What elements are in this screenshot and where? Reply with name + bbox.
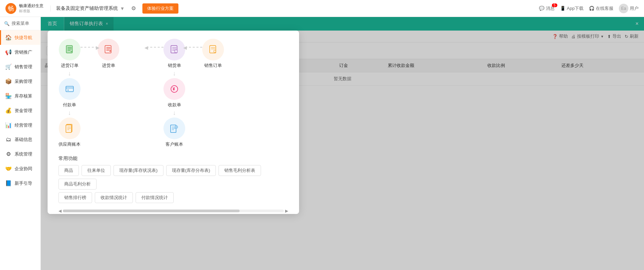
arrow-down-1: ↓ xyxy=(68,69,71,78)
app-download-button[interactable]: 📱 App下载 xyxy=(560,5,584,12)
func-btn-sales-rank[interactable]: 销售排行榜 xyxy=(58,192,92,203)
header-right: 💬 消息 5 📱 App下载 🎧 在线客服 Ea 用户 xyxy=(539,4,639,13)
flow-diagram: 进货订单 ↓ ¥ xyxy=(58,39,288,147)
func-btn-stock-status[interactable]: 现存量(库存状况表) xyxy=(114,165,163,176)
sales-bill-icon xyxy=(163,39,185,60)
avatar: Ea xyxy=(619,4,628,13)
modal-overlay: 进货订单 ↓ ¥ xyxy=(41,17,644,270)
sidebar-item-inventory[interactable]: 🏪 库存核算 xyxy=(0,89,40,103)
func-btn-payment-stats[interactable]: 付款情况统计 xyxy=(136,192,174,203)
online-service-button[interactable]: 🎧 在线客服 xyxy=(589,5,613,12)
inventory-icon: 🏪 xyxy=(5,93,12,99)
purchase-bill-label: 进货单 xyxy=(102,62,115,69)
purchase-bill-icon xyxy=(98,39,119,60)
search-icon: 🔍 xyxy=(4,21,10,26)
sidebar-item-purchase[interactable]: 📦 采购管理 xyxy=(0,74,40,89)
content-area: 首页 销售订单执行表 × × ❓ 帮助 🖨 按模板打印 xyxy=(41,17,644,270)
purchase-order-node: 进货订单 xyxy=(59,39,81,69)
sidebar-item-finance[interactable]: 💰 资金管理 xyxy=(0,103,40,118)
customer-ledger-icon xyxy=(163,118,185,139)
arrow-h-2: ◀ xyxy=(146,39,163,48)
scroll-left-btn[interactable]: ◀ xyxy=(58,209,62,213)
sidebar-item-basic-info[interactable]: 🗂 基础信息 xyxy=(0,132,40,147)
func-btn-partner[interactable]: 往来单位 xyxy=(82,165,111,176)
common-functions-title: 常用功能 xyxy=(58,156,288,162)
newbie-icon: 📘 xyxy=(5,180,12,186)
modal-box: 进货订单 ↓ ¥ xyxy=(48,31,299,214)
scroll-area: ◀ ▶ xyxy=(58,209,288,213)
message-button[interactable]: 💬 消息 5 xyxy=(539,5,555,12)
svg-rect-13 xyxy=(105,46,111,53)
sales-bill-node: 销货单 xyxy=(163,39,185,69)
horizontal-scrollbar: ◀ ▶ xyxy=(58,209,288,213)
payment-label: 付款单 xyxy=(63,102,76,108)
left-flow-col: 进货订单 ↓ ¥ xyxy=(58,39,81,147)
receipt-node: ¥ 收款单 xyxy=(163,78,185,108)
right-col: 销售订单 xyxy=(202,39,224,69)
mid-left-col: 进货单 xyxy=(98,39,119,69)
message-icon: 💬 xyxy=(539,6,544,11)
purchase-order-label: 进货订单 xyxy=(61,62,79,69)
marketing-icon: 📢 xyxy=(5,49,12,55)
logo-icon: 畅 xyxy=(5,3,16,14)
sidebar-item-marketing[interactable]: 📢 营销推广 xyxy=(0,45,40,59)
download-icon: 📱 xyxy=(560,6,565,11)
func-btn-product[interactable]: 商品 xyxy=(58,165,79,176)
func-btn-sales-profit[interactable]: 销售毛利分析表 xyxy=(219,165,261,176)
func-buttons-row: 商品 往来单位 现存量(库存状况表) 现存量(库存分布表) 销售毛利分析表 商品… xyxy=(58,165,288,190)
user-menu[interactable]: Ea 用户 xyxy=(619,4,639,13)
svg-text:¥: ¥ xyxy=(67,89,69,92)
receipt-icon: ¥ xyxy=(163,78,185,100)
basic-info-icon: 🗂 xyxy=(5,137,12,143)
sidebar-item-sales[interactable]: 🛒 销售管理 xyxy=(0,59,40,74)
arrow-h-3: ◀ xyxy=(185,39,202,48)
settings-gear-button[interactable]: ⚙ xyxy=(129,4,138,13)
top-header: 畅 畅康通好生意 标准版 装备及固定资产辅助管理系统 ▼ ⚙ 体验行业方案 💬 … xyxy=(0,0,644,17)
common-functions: 常用功能 商品 往来单位 现存量(库存状况表) 现存量(库存分布表) 销售毛利分… xyxy=(58,156,288,203)
func-btn-stock-dist[interactable]: 现存量(库存分布表) xyxy=(166,165,216,176)
system-title: 装备及固定资产辅助管理系统 ▼ xyxy=(50,5,125,12)
sales-bill-label: 销货单 xyxy=(168,62,181,69)
purchase-order-icon xyxy=(59,39,81,60)
payment-node: ¥ 付款单 xyxy=(59,78,81,108)
purchase-icon: 📦 xyxy=(5,78,12,85)
purchase-bill-node: 进货单 xyxy=(98,39,119,69)
quick-nav-icon: 🏠 xyxy=(5,34,12,41)
sales-order-icon xyxy=(202,39,224,60)
supplier-ledger-icon xyxy=(59,118,81,139)
mid-right-col: 销货单 ↓ ¥ xyxy=(163,39,185,147)
svg-rect-9 xyxy=(66,125,71,132)
customer-ledger-label: 客户账本 xyxy=(166,141,183,147)
sidebar-item-system[interactable]: ⚙ 系统管理 xyxy=(0,147,40,161)
svg-rect-23 xyxy=(175,50,177,53)
payment-icon: ¥ xyxy=(59,78,81,100)
operations-icon: 📊 xyxy=(5,122,12,128)
sales-icon: 🛒 xyxy=(5,64,12,70)
logo-area: 畅 畅康通好生意 标准版 xyxy=(5,3,46,14)
sales-order-label: 销售订单 xyxy=(204,62,222,69)
finance-icon: 💰 xyxy=(5,107,12,114)
modal-content: 进货订单 ↓ ¥ xyxy=(48,31,299,214)
sidebar-item-newbie[interactable]: 📘 新手引导 xyxy=(0,176,40,191)
sales-order-node: 销售订单 xyxy=(202,39,224,69)
func-btn-receipt-stats[interactable]: 收款情况统计 xyxy=(95,192,133,203)
dropdown-arrow-icon[interactable]: ▼ xyxy=(120,6,125,11)
func-btn-product-profit[interactable]: 商品毛利分析 xyxy=(58,179,97,190)
receipt-label: 收款单 xyxy=(168,102,181,108)
message-badge: 5 xyxy=(552,3,557,7)
arrow-down-2: ↓ xyxy=(68,108,71,118)
system-icon: ⚙ xyxy=(5,151,12,157)
scroll-track[interactable] xyxy=(63,210,284,212)
enterprise-icon: 🤝 xyxy=(5,165,12,172)
supplier-ledger-label: 供应商账本 xyxy=(58,141,81,147)
arrow-down-4: ↓ xyxy=(173,108,176,118)
sidebar-item-enterprise[interactable]: 🤝 企业协同 xyxy=(0,161,40,176)
customer-ledger-node: 客户账本 xyxy=(163,118,185,147)
scroll-right-btn[interactable]: ▶ xyxy=(285,209,288,213)
sidebar-item-operations[interactable]: 📊 经营管理 xyxy=(0,118,40,132)
service-icon: 🎧 xyxy=(589,6,594,11)
trial-button[interactable]: 体验行业方案 xyxy=(142,3,178,14)
app-container: 畅 畅康通好生意 标准版 装备及固定资产辅助管理系统 ▼ ⚙ 体验行业方案 💬 … xyxy=(0,0,644,270)
sidebar-item-quick-nav[interactable]: 🏠 快捷导航 xyxy=(0,30,40,45)
search-menu-button[interactable]: 🔍 搜索菜单 xyxy=(0,17,40,30)
